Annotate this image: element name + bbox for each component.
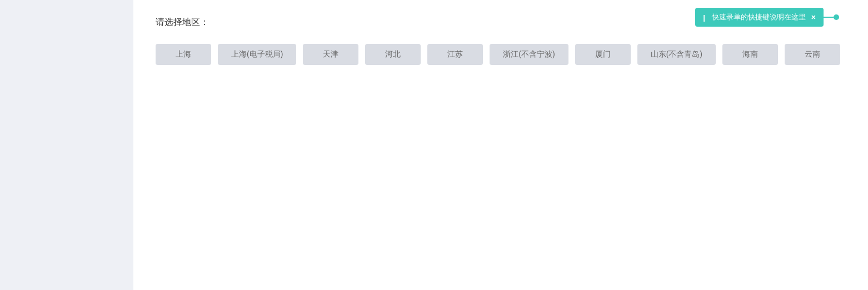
region-btn-shandong[interactable]: 山东(不含青岛)	[637, 44, 716, 65]
tooltip-connector-line	[824, 17, 834, 18]
region-btn-tianjin[interactable]: 天津	[303, 44, 358, 65]
region-btn-yunnan[interactable]: 云南	[785, 44, 840, 65]
region-btn-shanghai-etax[interactable]: 上海(电子税局)	[218, 44, 296, 65]
tooltip-connector-dot	[834, 14, 839, 20]
main-content: 请选择地区： 上海上海(电子税局)天津河北江苏浙江(不含宁波)厦门山东(不含青岛…	[133, 0, 868, 290]
region-btn-shanghai[interactable]: 上海	[156, 44, 211, 65]
tooltip-banner[interactable]: 快速录单的快捷键说明在这里 ×	[695, 8, 824, 27]
region-btn-jiangsu[interactable]: 江苏	[427, 44, 483, 65]
region-btn-hebei[interactable]: 河北	[365, 44, 421, 65]
region-btn-hainan[interactable]: 海南	[722, 44, 778, 65]
region-btn-zhejiang[interactable]: 浙江(不含宁波)	[490, 44, 568, 65]
tooltip-text: 快速录单的快捷键说明在这里	[712, 12, 806, 22]
region-grid: 上海上海(电子税局)天津河北江苏浙江(不含宁波)厦门山东(不含青岛)海南云南	[156, 44, 846, 65]
tooltip-close-button[interactable]: ×	[811, 13, 816, 22]
region-btn-xiamen[interactable]: 厦门	[575, 44, 631, 65]
left-sidebar	[0, 0, 133, 290]
